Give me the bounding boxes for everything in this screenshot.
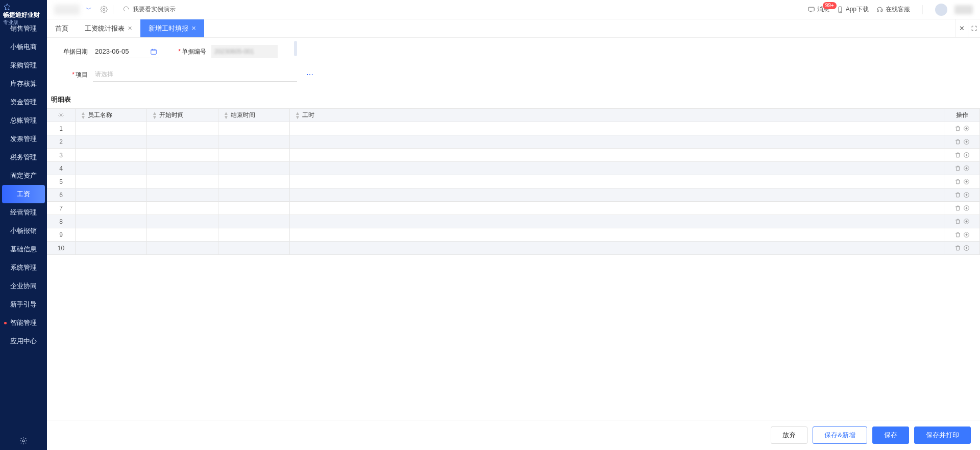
table-row[interactable]: 1 xyxy=(47,122,980,135)
delete-row-button[interactable] xyxy=(954,218,961,225)
sidebar-item-17[interactable]: 应用中心 xyxy=(0,332,47,350)
cell-hours[interactable] xyxy=(290,122,944,135)
project-select[interactable]: 请选择 xyxy=(93,67,297,82)
close-icon[interactable]: ✕ xyxy=(128,25,132,32)
messages-button[interactable]: 消息 99+ xyxy=(807,5,829,14)
cell-emp[interactable] xyxy=(76,242,147,255)
add-row-button[interactable] xyxy=(963,152,970,158)
cell-emp[interactable] xyxy=(76,228,147,242)
drag-handle[interactable] xyxy=(294,41,297,56)
cell-hours[interactable] xyxy=(290,162,944,175)
close-all-tabs-button[interactable]: ✕ xyxy=(955,19,968,37)
col-employee[interactable]: ▲▼员工名称 xyxy=(76,109,147,122)
sidebar-item-14[interactable]: 企业协同 xyxy=(0,277,47,295)
cell-start[interactable] xyxy=(147,149,218,162)
cell-idx[interactable]: 5 xyxy=(47,175,76,188)
sidebar-settings[interactable] xyxy=(0,432,47,450)
cell-emp[interactable] xyxy=(76,149,147,162)
cell-idx[interactable]: 3 xyxy=(47,149,76,162)
delete-row-button[interactable] xyxy=(954,165,961,172)
sidebar-item-1[interactable]: 小畅电商 xyxy=(0,38,47,56)
sidebar-item-10[interactable]: 经营管理 xyxy=(0,203,47,222)
cell-end[interactable] xyxy=(218,215,290,228)
table-row[interactable]: 9 xyxy=(47,228,980,242)
cell-hours[interactable] xyxy=(290,135,944,149)
cell-end[interactable] xyxy=(218,175,290,188)
table-row[interactable]: 5 xyxy=(47,175,980,188)
sidebar-item-3[interactable]: 库存核算 xyxy=(0,75,47,93)
cell-hours[interactable] xyxy=(290,228,944,242)
cell-end[interactable] xyxy=(218,162,290,175)
sidebar-item-5[interactable]: 总账管理 xyxy=(0,111,47,130)
sidebar-item-16[interactable]: 智能管理 xyxy=(0,314,47,332)
cell-end[interactable] xyxy=(218,122,290,135)
table-row[interactable]: 8 xyxy=(47,215,980,228)
sidebar-item-2[interactable]: 采购管理 xyxy=(0,56,47,75)
col-end[interactable]: ▲▼结束时间 xyxy=(218,109,290,122)
table-row[interactable]: 7 xyxy=(47,202,980,215)
cell-start[interactable] xyxy=(147,162,218,175)
cell-idx[interactable]: 2 xyxy=(47,135,76,149)
cell-start[interactable] xyxy=(147,242,218,255)
delete-row-button[interactable] xyxy=(954,125,961,132)
delete-row-button[interactable] xyxy=(954,152,961,158)
save-and-print-button[interactable]: 保存并打印 xyxy=(914,427,971,444)
table-row[interactable]: 10 xyxy=(47,242,980,255)
cell-idx[interactable]: 7 xyxy=(47,202,76,215)
save-and-new-button[interactable]: 保存&新增 xyxy=(813,427,867,444)
cell-start[interactable] xyxy=(147,215,218,228)
sidebar-item-4[interactable]: 资金管理 xyxy=(0,93,47,111)
sidebar-item-11[interactable]: 小畅报销 xyxy=(0,222,47,240)
cell-end[interactable] xyxy=(218,188,290,202)
delete-row-button[interactable] xyxy=(954,205,961,211)
avatar[interactable] xyxy=(935,4,947,16)
cell-start[interactable] xyxy=(147,188,218,202)
add-row-button[interactable] xyxy=(963,125,970,132)
online-service-button[interactable]: 在线客服 xyxy=(876,5,910,14)
cell-idx[interactable]: 9 xyxy=(47,228,76,242)
sidebar-item-8[interactable]: 固定资产 xyxy=(0,167,47,185)
table-row[interactable]: 3 xyxy=(47,149,980,162)
cell-emp[interactable] xyxy=(76,135,147,149)
date-input[interactable]: 2023-06-05 xyxy=(93,45,159,58)
col-hours[interactable]: ▲▼工时 xyxy=(290,109,944,122)
header-settings[interactable] xyxy=(47,109,76,122)
company-selector[interactable]: ﹀ xyxy=(54,5,95,15)
cell-hours[interactable] xyxy=(290,188,944,202)
add-row-button[interactable] xyxy=(963,178,970,185)
project-more-button[interactable]: ⋯ xyxy=(306,70,313,79)
add-row-button[interactable] xyxy=(963,231,970,238)
cell-hours[interactable] xyxy=(290,242,944,255)
cell-emp[interactable] xyxy=(76,162,147,175)
cell-hours[interactable] xyxy=(290,149,944,162)
cell-end[interactable] xyxy=(218,242,290,255)
cell-emp[interactable] xyxy=(76,202,147,215)
sidebar-item-12[interactable]: 基础信息 xyxy=(0,240,47,258)
cell-hours[interactable] xyxy=(290,175,944,188)
add-row-button[interactable] xyxy=(963,192,970,198)
cell-idx[interactable]: 4 xyxy=(47,162,76,175)
add-row-button[interactable] xyxy=(963,245,970,251)
col-start[interactable]: ▲▼开始时间 xyxy=(147,109,218,122)
table-row[interactable]: 4 xyxy=(47,162,980,175)
delete-row-button[interactable] xyxy=(954,178,961,185)
app-download-button[interactable]: App下载 xyxy=(837,5,869,14)
cell-emp[interactable] xyxy=(76,215,147,228)
delete-row-button[interactable] xyxy=(954,192,961,198)
table-row[interactable]: 2 xyxy=(47,135,980,149)
cell-idx[interactable]: 1 xyxy=(47,122,76,135)
close-icon[interactable]: ✕ xyxy=(191,25,196,32)
cell-start[interactable] xyxy=(147,228,218,242)
cell-start[interactable] xyxy=(147,135,218,149)
add-row-button[interactable] xyxy=(963,205,970,211)
discard-button[interactable]: 放弃 xyxy=(771,427,807,444)
cell-idx[interactable]: 10 xyxy=(47,242,76,255)
sidebar-item-0[interactable]: 销售管理 xyxy=(0,19,47,38)
delete-row-button[interactable] xyxy=(954,138,961,145)
header-settings-button[interactable] xyxy=(100,6,108,13)
tab-1[interactable]: 工资统计报表✕ xyxy=(77,19,140,37)
add-row-button[interactable] xyxy=(963,218,970,225)
cell-end[interactable] xyxy=(218,202,290,215)
sidebar-item-13[interactable]: 系统管理 xyxy=(0,258,47,277)
save-button[interactable]: 保存 xyxy=(872,427,909,444)
